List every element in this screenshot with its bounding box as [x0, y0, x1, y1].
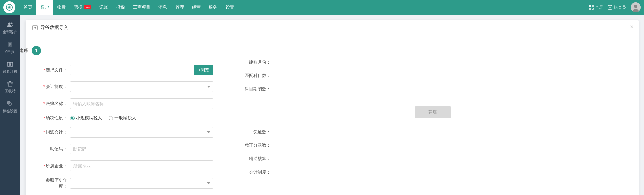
sidebar-item-zero-report[interactable]: 0申报: [0, 38, 20, 58]
nav-manage[interactable]: 管理: [171, 0, 188, 15]
svg-rect-13: [7, 62, 10, 66]
panel-title: 导爷数据导入: [40, 25, 68, 31]
info-accounting-system-label: 会计制度：: [241, 169, 271, 175]
info-section: 建账月份： 匹配科目数： 科目期初数： 建账 凭证数：: [227, 46, 625, 189]
nav-invoice[interactable]: 票据 new: [70, 0, 95, 15]
sidebar-item-label: 回收站: [5, 89, 16, 94]
form-section: 建账 1 *选择文件： +浏览 *会计制度：: [39, 46, 213, 189]
sidebar-item-label: 全部客户: [3, 29, 17, 35]
nav-tax[interactable]: 报税: [112, 0, 129, 15]
import-icon: [32, 25, 38, 30]
tax-type-row: *纳税性质： 小规模纳税人 一般纳税人: [39, 115, 213, 121]
account-name-label: *账簿名称：: [39, 101, 67, 107]
file-input-group: +浏览: [70, 65, 213, 75]
vouchers-label: 凭证数：: [241, 129, 271, 135]
sidebar-item-label: 0申报: [5, 49, 15, 54]
app-logo[interactable]: [3, 1, 15, 13]
match-subjects-label: 匹配科目数：: [241, 73, 271, 79]
nav-bookkeeping[interactable]: 记账: [95, 0, 112, 15]
build-account-header: 建账 1: [19, 46, 213, 55]
sidebar-item-all-customers[interactable]: 全部客户: [0, 18, 20, 38]
company-input[interactable]: [70, 160, 213, 171]
build-month-row: 建账月份：: [241, 59, 625, 65]
tax-small-scale-option[interactable]: 小规模纳税人: [70, 115, 102, 121]
accountant-select[interactable]: [70, 127, 213, 138]
file-browse-button[interactable]: +浏览: [194, 65, 213, 75]
user-avatar[interactable]: [631, 2, 641, 12]
step-circle: 1: [32, 46, 41, 55]
svg-point-10: [8, 23, 11, 25]
nav-customer[interactable]: 客户: [36, 0, 53, 15]
build-btn-wrapper: 建账: [241, 103, 625, 118]
sidebar-item-trash[interactable]: 回收站: [0, 77, 20, 97]
memo-input[interactable]: [70, 144, 213, 154]
svg-point-1: [8, 6, 10, 8]
nav-fee[interactable]: 收费: [53, 0, 70, 15]
build-month-label: 建账月份：: [241, 59, 271, 65]
tax-general-option[interactable]: 一般纳税人: [109, 115, 136, 121]
vouchers-row: 凭证数：: [241, 129, 625, 135]
tax-small-scale-radio[interactable]: [70, 116, 75, 120]
memo-label: 助记码：: [39, 146, 67, 152]
memo-row: 助记码：: [39, 144, 213, 154]
voucher-entries-label: 凭证分录数：: [241, 142, 271, 148]
sidebar: 全部客户 0申报 账套迁移 回收站 标签设置: [0, 15, 20, 195]
tax-type-radio-group: 小规模纳税人 一般纳税人: [70, 115, 136, 121]
tax-type-label: *纳税性质：: [39, 115, 67, 121]
tax-general-radio[interactable]: [109, 116, 113, 120]
accountant-row: *指派会计：: [39, 127, 213, 138]
nav-service[interactable]: 服务: [205, 0, 221, 15]
nav-items: 首页 客户 收费 票据 new 记账 报税 工商项目 消息 管理 经营 服务 设…: [19, 0, 589, 15]
svg-point-11: [11, 23, 13, 24]
sidebar-item-tag-settings[interactable]: 标签设置: [0, 97, 20, 117]
sidebar-item-label: 标签设置: [3, 109, 17, 114]
nav-message[interactable]: 消息: [154, 0, 171, 15]
file-select-row: *选择文件： +浏览: [39, 65, 213, 75]
file-label: *选择文件：: [39, 67, 67, 73]
period-init-row: 科目期初数：: [241, 86, 625, 92]
svg-rect-3: [592, 5, 593, 7]
nav-operation[interactable]: 经营: [188, 0, 205, 15]
company-row: *所属企业：: [39, 160, 213, 171]
history-year-row: 参照历史年度：: [39, 177, 213, 189]
nav-badge-new: new: [84, 5, 91, 10]
aux-accounting-label: 辅助核算：: [241, 156, 271, 162]
accountant-label: *指派会计：: [39, 129, 67, 135]
svg-rect-4: [589, 8, 591, 9]
svg-point-8: [634, 5, 637, 8]
nav-business[interactable]: 工商项目: [129, 0, 154, 15]
panel-body: 建账 1 *选择文件： +浏览 *会计制度：: [26, 36, 639, 195]
build-account-text: 建账: [19, 48, 28, 54]
top-navigation: 首页 客户 收费 票据 new 记账 报税 工商项目 消息 管理 经营 服务 设…: [0, 0, 644, 15]
svg-rect-2: [589, 5, 591, 7]
account-name-row: *账簿名称：: [39, 98, 213, 109]
info-accounting-system-row: 会计制度：: [241, 169, 625, 175]
aux-accounting-row: 辅助核算：: [241, 156, 625, 162]
main-content: 导爷数据导入 × 建账 1 *选择文件： +浏览: [20, 15, 644, 195]
svg-rect-5: [592, 8, 593, 9]
import-panel: 导爷数据导入 × 建账 1 *选择文件： +浏览: [26, 20, 639, 195]
nav-home[interactable]: 首页: [19, 0, 36, 15]
svg-point-15: [9, 103, 10, 104]
accounting-system-label: *会计制度：: [39, 84, 67, 90]
history-year-label: 参照历史年度：: [39, 177, 67, 189]
close-button[interactable]: ×: [630, 24, 633, 30]
sidebar-item-label: 账套迁移: [3, 69, 17, 74]
account-name-input[interactable]: [70, 98, 213, 109]
nav-settings[interactable]: 设置: [221, 0, 238, 15]
member-btn[interactable]: 畅会员: [608, 5, 626, 10]
fullscreen-btn[interactable]: 全屏: [589, 5, 603, 10]
history-year-select[interactable]: [70, 178, 213, 189]
company-label: *所属企业：: [39, 163, 67, 169]
nav-right: 全屏 畅会员: [589, 2, 641, 12]
sidebar-item-migrate[interactable]: 账套迁移: [0, 58, 20, 77]
period-init-label: 科目期初数：: [241, 86, 271, 92]
match-subjects-row: 匹配科目数：: [241, 73, 625, 79]
file-path-input[interactable]: [70, 65, 194, 75]
panel-header: 导爷数据导入: [26, 20, 639, 36]
accounting-system-row: *会计制度：: [39, 81, 213, 92]
accounting-system-select[interactable]: [70, 81, 213, 92]
build-account-button[interactable]: 建账: [415, 106, 451, 118]
voucher-entries-row: 凭证分录数：: [241, 142, 625, 148]
